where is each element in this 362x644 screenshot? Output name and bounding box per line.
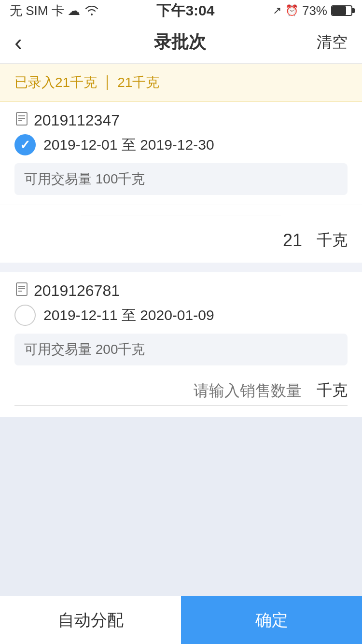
section-gap	[0, 263, 362, 272]
wifi-icon	[85, 6, 98, 15]
batch-2-id: 2019126781	[34, 282, 120, 300]
gray-area	[0, 417, 362, 625]
status-right: ↗ ⏰ 73%	[273, 3, 352, 18]
battery-percent: 73%	[302, 3, 327, 18]
batch-2-avail: 可用交易量 200千克	[14, 334, 348, 365]
batch-1-quantity-row	[0, 205, 362, 225]
sim-label: 无 SIM 卡 ☁	[10, 2, 80, 19]
batch-2-radio[interactable]	[14, 305, 36, 326]
info-recorded-label: 已录入21千克	[14, 73, 97, 92]
batch-2-input-row[interactable]: 千克	[14, 380, 348, 406]
batch-2-date-row[interactable]: 2019-12-11 至 2020-01-09	[14, 305, 348, 326]
status-time: 下午3:04	[156, 1, 214, 21]
doc-icon-2	[14, 282, 29, 300]
batch-2-date: 2019-12-11 至 2020-01-09	[43, 306, 214, 325]
batch-1-qty-value: 21	[283, 230, 302, 251]
batch-2-header: 2019126781	[14, 282, 348, 300]
quantity-input-2[interactable]	[164, 382, 309, 400]
batch-2-input-section: 千克	[0, 375, 362, 417]
battery-icon	[331, 5, 352, 16]
nav-bar: ‹ 录批次 清空	[0, 21, 362, 64]
bottom-bar: 自动分配 确定	[0, 596, 362, 644]
batch-1-date: 2019-12-01 至 2019-12-30	[43, 135, 214, 155]
status-left: 无 SIM 卡 ☁	[10, 2, 98, 19]
batch-1-date-row[interactable]: 2019-12-01 至 2019-12-30	[14, 134, 348, 155]
quantity-divider	[81, 215, 281, 215]
batch-1-qty-display: 21 千克	[0, 225, 362, 263]
page-title: 录批次	[154, 30, 206, 54]
doc-icon-1	[14, 112, 29, 129]
confirm-button[interactable]: 确定	[181, 596, 362, 644]
batch-1-qty-unit: 千克	[317, 230, 348, 251]
batch-1-radio[interactable]	[14, 134, 36, 155]
batch-1-avail: 可用交易量 100千克	[14, 163, 348, 195]
batch-1-header: 2019112347	[14, 112, 348, 129]
info-divider	[107, 75, 108, 90]
status-bar: 无 SIM 卡 ☁ 下午3:04 ↗ ⏰ 73%	[0, 0, 362, 21]
auto-distribute-button[interactable]: 自动分配	[0, 596, 181, 644]
info-banner: 已录入21千克 21千克	[0, 64, 362, 102]
back-button[interactable]: ‹	[14, 29, 43, 56]
alarm-icon: ⏰	[285, 4, 298, 17]
batch-2-unit: 千克	[317, 380, 348, 401]
batch-1-id: 2019112347	[34, 112, 120, 129]
location-icon: ↗	[273, 4, 281, 17]
clear-button[interactable]: 清空	[317, 32, 348, 53]
batch-item-2: 2019126781 2019-12-11 至 2020-01-09 可用交易量…	[0, 272, 362, 375]
batch-item-1: 2019112347 2019-12-01 至 2019-12-30 可用交易量…	[0, 102, 362, 205]
info-value: 21千克	[117, 73, 159, 92]
